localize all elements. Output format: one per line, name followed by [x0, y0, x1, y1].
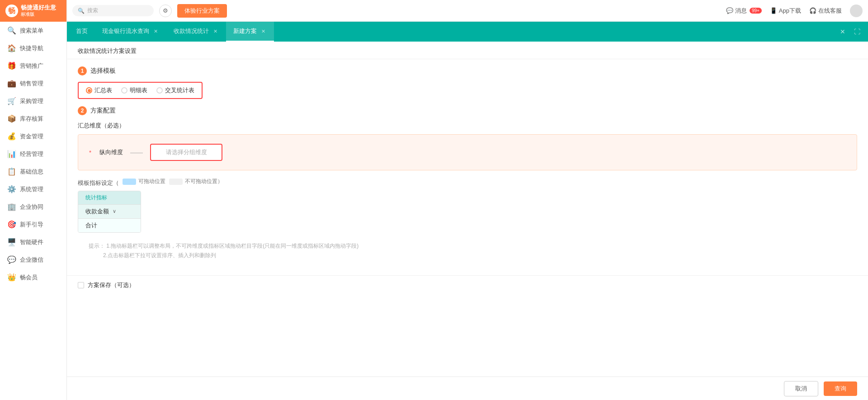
tab-new-plan-close[interactable]: ✕: [259, 28, 267, 35]
settings-button[interactable]: ⚙: [159, 5, 172, 17]
save-area: 方案保存（可选）: [67, 275, 868, 295]
tab-new-plan-label: 新建方案: [233, 27, 257, 35]
hint-line-1: 提示： 1.拖动标题栏可以调整布局，不可跨维度或指标区域拖动栏目字段(只能在同一…: [89, 241, 846, 251]
indicator-dropdown-icon[interactable]: ∨: [113, 208, 116, 214]
indicator-sum-row: 合计: [78, 218, 141, 232]
sidebar-item-label: 新手引导: [20, 221, 43, 229]
download-icon: 📱: [770, 7, 777, 14]
tab-collection-stats-label: 收款情况统计: [174, 27, 209, 35]
guide-icon: 🎯: [7, 220, 16, 229]
page-title: 收款情况统计方案设置: [78, 47, 137, 54]
radio-cross-label: 交叉统计表: [165, 86, 194, 94]
sidebar-item-operations[interactable]: 📊 经营管理: [0, 145, 66, 163]
sidebar-item-label: 营销推广: [20, 62, 43, 70]
sidebar-item-label: 库存核算: [20, 115, 43, 123]
trial-button[interactable]: 体验行业方案: [177, 4, 227, 18]
tab-collection-stats-close[interactable]: ✕: [212, 28, 219, 35]
tab-collection-stats[interactable]: 收款情况统计 ✕: [166, 22, 226, 42]
footer-bar: 取消 查询: [67, 376, 868, 400]
sidebar-item-label: 基础信息: [20, 168, 43, 176]
search-placeholder: 搜索: [87, 7, 98, 14]
radio-cross[interactable]: 交叉统计表: [156, 86, 194, 94]
required-mark: *: [89, 149, 91, 156]
dimension-row: * 纵向维度 —— 请选择分组维度: [89, 144, 846, 161]
dimension-selector[interactable]: 请选择分组维度: [150, 144, 222, 161]
tab-new-plan[interactable]: 新建方案 ✕: [226, 22, 274, 42]
message-badge: 99+: [750, 8, 762, 14]
tab-bank-flow-label: 现金银行流水查询: [102, 27, 149, 35]
sidebar-item-funds[interactable]: 💰 资金管理: [0, 127, 66, 145]
indicator-header: 模板指标设定（ 可拖动位置 不可拖动位置）: [78, 178, 857, 187]
tab-home[interactable]: 首页: [69, 22, 95, 42]
basic-info-icon: 📋: [7, 167, 16, 176]
cancel-button[interactable]: 取消: [784, 381, 818, 396]
close-window-button[interactable]: ✕: [837, 26, 848, 37]
sidebar-item-purchase[interactable]: 🛒 采购管理: [0, 92, 66, 110]
message-label: 消息: [735, 7, 747, 15]
tab-bank-flow[interactable]: 现金银行流水查询 ✕: [95, 22, 166, 42]
sidebar-item-inventory[interactable]: 📦 库存核算: [0, 110, 66, 127]
sidebar-item-search-menu[interactable]: 🔍 搜索菜单: [0, 22, 66, 39]
nodrag-legend-label: 不可拖动位置）: [185, 178, 223, 185]
radio-detail-circle: [121, 87, 127, 94]
hardware-icon: 🖥️: [7, 238, 16, 246]
sidebar-logo: 畅 畅捷通好生意 标准版: [0, 0, 66, 22]
sidebar-item-system[interactable]: ⚙️ 系统管理: [0, 180, 66, 198]
sidebar-item-label: 采购管理: [20, 97, 43, 105]
sidebar-item-label: 畅会员: [20, 273, 38, 282]
service-button[interactable]: 🎧 在线客服: [809, 7, 842, 15]
marketing-icon: 🎁: [7, 61, 16, 70]
hint-section: 提示： 1.拖动标题栏可以调整布局，不可跨维度或指标区域拖动栏目字段(只能在同一…: [78, 234, 857, 268]
radio-summary-label: 汇总表: [94, 86, 112, 94]
logo-sub: 标准版: [21, 11, 56, 18]
sidebar-item-member[interactable]: 👑 畅会员: [0, 268, 66, 286]
sidebar-item-label: 资金管理: [20, 132, 43, 141]
dimension-arrow: ——: [130, 149, 143, 156]
radio-detail[interactable]: 明细表: [121, 86, 147, 94]
sidebar-item-wechat[interactable]: 💬 企业微信: [0, 251, 66, 268]
sidebar-item-hardware[interactable]: 🖥️ 智能硬件: [0, 233, 66, 251]
enterprise-icon: 🏢: [7, 202, 16, 211]
sidebar-item-label: 搜索菜单: [20, 27, 43, 35]
content-area: 收款情况统计方案设置 1 选择模板 汇总表 明细表: [67, 42, 868, 376]
user-avatar[interactable]: [850, 5, 863, 17]
indicator-table-row-amount[interactable]: 收款金额 ∨: [78, 204, 141, 218]
section1-label: 选择模板: [90, 67, 116, 75]
sidebar-item-label: 企业协同: [20, 203, 43, 211]
page-title-bar: 收款情况统计方案设置: [67, 42, 868, 59]
section1-template: 1 选择模板 汇总表 明细表 交叉统计表: [67, 59, 868, 106]
save-checkbox[interactable]: [78, 282, 84, 288]
indicator-table: 统计指标 收款金额 ∨ 合计: [78, 191, 141, 233]
sidebar-item-marketing[interactable]: 🎁 营销推广: [0, 57, 66, 75]
sidebar-item-label: 企业微信: [20, 256, 43, 264]
maximize-window-button[interactable]: ⛶: [852, 26, 863, 37]
main-area: 🔍 搜索 ⚙ 体验行业方案 💬 消息 99+ 📱 App下载 🎧 在线客服 首页: [67, 0, 868, 400]
search-menu-icon: 🔍: [7, 26, 16, 35]
dimension-selector-placeholder: 请选择分组维度: [166, 148, 207, 156]
tab-bank-flow-close[interactable]: ✕: [152, 28, 159, 35]
download-button[interactable]: 📱 App下载: [770, 7, 801, 15]
draggable-legend-box: [123, 179, 136, 185]
sidebar-item-label: 销售管理: [20, 80, 43, 88]
search-box[interactable]: 🔍 搜索: [72, 5, 154, 16]
dimension-title: 汇总维度（必选）: [78, 122, 857, 130]
section1-header: 1 选择模板: [78, 66, 857, 75]
topbar: 🔍 搜索 ⚙ 体验行业方案 💬 消息 99+ 📱 App下载 🎧 在线客服: [67, 0, 868, 22]
sidebar-item-basic-info[interactable]: 📋 基础信息: [0, 163, 66, 180]
message-button[interactable]: 💬 消息 99+: [726, 7, 762, 15]
radio-summary-circle: [86, 87, 92, 94]
radio-summary[interactable]: 汇总表: [86, 86, 112, 94]
operations-icon: 📊: [7, 150, 16, 158]
sidebar-item-quick-nav[interactable]: 🏠 快捷导航: [0, 39, 66, 57]
download-label: App下载: [779, 7, 801, 15]
sidebar-item-label: 系统管理: [20, 185, 43, 193]
service-icon: 🎧: [809, 7, 816, 14]
query-button[interactable]: 查询: [824, 381, 857, 396]
sidebar-item-guide[interactable]: 🎯 新手引导: [0, 216, 66, 233]
content-inner: 收款情况统计方案设置 1 选择模板 汇总表 明细表: [67, 42, 868, 376]
sidebar-item-label: 经营管理: [20, 150, 43, 158]
inventory-icon: 📦: [7, 114, 16, 123]
sidebar-item-enterprise[interactable]: 🏢 企业协同: [0, 198, 66, 216]
service-label: 在线客服: [818, 7, 842, 15]
sidebar-item-sales[interactable]: 💼 销售管理: [0, 75, 66, 92]
